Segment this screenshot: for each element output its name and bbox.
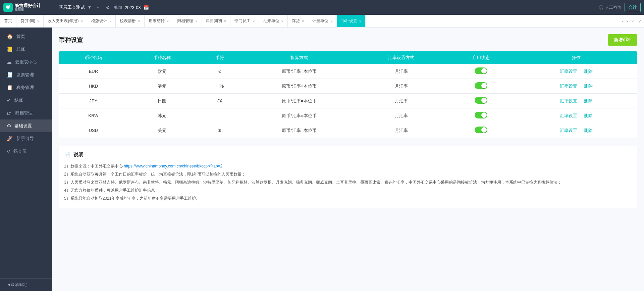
page-title: 币种设置: [59, 36, 83, 44]
cell-action: 汇率设置 删除: [516, 79, 637, 94]
tab-currency[interactable]: 币种设置 ×: [337, 15, 366, 28]
rate-setting-link[interactable]: 汇率设置: [560, 128, 577, 133]
tab-close-all-button[interactable]: ×: [629, 15, 636, 28]
rate-setting-link[interactable]: 汇率设置: [560, 98, 577, 103]
currency-table: 币种代码 币种名称 币符 折算方式 汇率设置方式 启用状态 操作 EUR: [59, 51, 637, 138]
tab-close-icon[interactable]: ×: [80, 19, 83, 23]
notes-list: 1）数据来源：中国外汇交易中心 https://www.chinamoney.c…: [64, 162, 632, 202]
settings-icon[interactable]: ⚙: [104, 3, 111, 11]
toggle-enabled[interactable]: [475, 82, 487, 89]
cell-code: JPY: [59, 94, 128, 108]
sidebar-item-guide[interactable]: 🚀 新手引导: [0, 132, 52, 145]
sidebar-pin-toggle[interactable]: ◄取消固定: [0, 278, 52, 291]
workspace-dropdown[interactable]: ▼: [88, 5, 92, 10]
tab-close-icon[interactable]: ×: [224, 19, 226, 23]
sidebar-item-basic-settings[interactable]: ⚙ 基础设置: [0, 119, 52, 132]
cell-calc: 原币*汇率=本位币: [243, 64, 356, 79]
toggle-enabled[interactable]: [475, 67, 487, 74]
table-row: JPY 日圆 J¥ 原币*汇率=本位币 月汇率 汇率设置: [59, 94, 637, 108]
tab-close-icon[interactable]: ×: [302, 19, 304, 23]
cell-status: [447, 64, 516, 79]
col-header-name: 币种名称: [128, 51, 197, 64]
account-button[interactable]: 会计: [625, 3, 641, 12]
sidebar-label-tax: 税务管理: [16, 85, 34, 91]
tab-archive[interactable]: 归档管理 ×: [173, 15, 202, 28]
tab-unit[interactable]: 计量单位 ×: [308, 15, 337, 28]
rate-setting-link[interactable]: 汇率设置: [560, 113, 577, 118]
tab-next-button[interactable]: ›: [625, 15, 629, 28]
delete-link[interactable]: 删除: [584, 128, 593, 133]
delete-link[interactable]: 删除: [584, 98, 593, 103]
settings-icon: ⚙: [7, 123, 11, 129]
sidebar-item-home[interactable]: 🏠 首页: [0, 30, 52, 43]
sidebar-item-cloud-report[interactable]: ☁ 云报表中心: [0, 56, 52, 68]
delete-link[interactable]: 删除: [584, 113, 593, 118]
cell-action: 汇率设置 删除: [516, 108, 637, 123]
tab-tax-table[interactable]: 税表清册 ×: [116, 15, 144, 28]
home-icon: 🏠: [7, 34, 13, 40]
cell-symbol: J¥: [196, 94, 243, 108]
tab-template-design[interactable]: 模版设计 ×: [87, 15, 116, 28]
tab-annual-report[interactable]: 收入支出表(年报) ×: [44, 15, 87, 28]
rate-setting-link[interactable]: 汇率设置: [560, 84, 577, 89]
notes-icon: 📄: [64, 152, 71, 158]
tab-close-icon[interactable]: ×: [253, 19, 255, 23]
tab-close-icon[interactable]: ×: [37, 19, 39, 23]
tab-prev-button[interactable]: ‹: [621, 15, 625, 28]
tab-subject-initial[interactable]: 科目期初 ×: [202, 15, 230, 28]
calendar-icon[interactable]: 📅: [144, 5, 149, 10]
tab-counterpart[interactable]: 往来单位 ×: [259, 15, 288, 28]
tab-close-active-icon[interactable]: ×: [359, 19, 361, 23]
toggle-enabled[interactable]: [475, 97, 487, 104]
logo-text: 畅捷通好会计 旗舰版: [15, 3, 41, 12]
cloud-icon: ☁: [7, 59, 12, 65]
tab-close-icon[interactable]: ×: [281, 19, 283, 23]
sidebar-item-settle[interactable]: ✔ 结账: [0, 94, 52, 107]
cell-status: [447, 108, 516, 123]
sidebar-label-ledger: 总账: [16, 46, 25, 52]
toggle-enabled[interactable]: [475, 127, 487, 133]
tab-period-transfer[interactable]: 期末结转 ×: [145, 15, 173, 28]
tab-close-icon[interactable]: ×: [138, 19, 140, 23]
sidebar-label-settings: 基础设置: [14, 123, 32, 129]
tab-expand-button[interactable]: ⤢: [636, 15, 644, 28]
tab-department[interactable]: 部门员工 ×: [230, 15, 259, 28]
cell-name: 欧元: [128, 64, 197, 79]
sidebar-item-invoice[interactable]: 🧾 发票管理: [0, 68, 52, 81]
tab-close-icon[interactable]: ×: [330, 19, 332, 23]
sidebar-item-tax[interactable]: 📋 税务管理: [0, 81, 52, 94]
rate-setting-link[interactable]: 汇率设置: [560, 69, 577, 74]
tab-mid-loan[interactable]: 贷(中期) ×: [16, 15, 44, 28]
new-currency-button[interactable]: 新增币种: [608, 34, 637, 46]
cell-code: USD: [59, 123, 128, 138]
sidebar-label-invoice: 发票管理: [16, 72, 34, 78]
help-button[interactable]: 🎧 人工咨询: [599, 5, 621, 10]
tab-close-icon[interactable]: ×: [195, 19, 197, 23]
cell-name: 港元: [128, 79, 197, 94]
sidebar-item-membership[interactable]: V 畅会员: [0, 145, 52, 158]
delete-link[interactable]: 删除: [584, 69, 593, 74]
logo-app-name: 畅捷通好会计: [15, 3, 41, 8]
cell-status: [447, 123, 516, 138]
add-icon[interactable]: ＋: [94, 3, 102, 12]
ledger-icon: 📒: [7, 46, 13, 52]
delete-link[interactable]: 删除: [584, 84, 593, 89]
cell-rate-method: 月汇率: [356, 123, 447, 138]
notes-link[interactable]: https://www.chinamoney.com.cn/chinese/bk…: [124, 164, 222, 168]
tab-inventory[interactable]: 存货 ×: [288, 15, 308, 28]
cell-calc: 原币*汇率=本位币: [243, 79, 356, 94]
tab-close-icon[interactable]: ×: [109, 19, 111, 23]
notes-item-4: 4）无官方牌价的币种，可以用户手工维护汇率信息；: [64, 186, 632, 194]
cell-action: 汇率设置 删除: [516, 64, 637, 79]
toggle-enabled[interactable]: [475, 112, 487, 118]
tab-home[interactable]: 首页: [0, 15, 16, 28]
notes-title: 📄 说明: [64, 152, 632, 158]
sidebar-item-archive[interactable]: 🗂 归档管理: [0, 107, 52, 119]
app-container: 畅 畅捷通好会计 旗舰版 基层工会测试 ▼ ＋ ⚙ 账期 2023-03 📅 🎧…: [0, 0, 644, 291]
tab-close-icon[interactable]: ×: [167, 19, 169, 23]
sidebar-item-ledger[interactable]: 📒 总账: [0, 43, 52, 56]
cell-calc: 原币*汇率=本位币: [243, 108, 356, 123]
table-row: EUR 欧元 € 原币*汇率=本位币 月汇率 汇率设置: [59, 64, 637, 79]
notes-item-3: 3）人民币对马来西亚林吉特、俄罗斯卢布、南非兰特、韩元、阿联酋迪拉姆、沙特里亚尔…: [64, 178, 632, 186]
period-value: 2023-03: [125, 5, 141, 10]
